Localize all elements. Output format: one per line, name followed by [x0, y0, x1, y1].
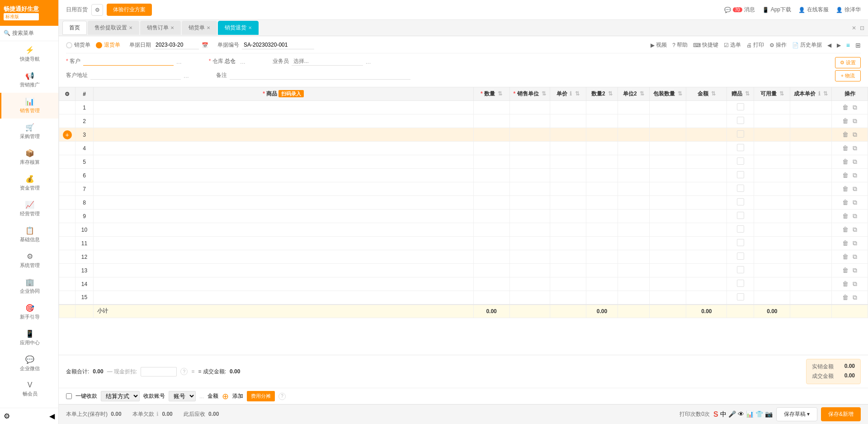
sidebar-item-vip[interactable]: V 畅会员	[0, 376, 58, 402]
col-header-qty[interactable]: * 数量 ⇅	[473, 87, 509, 101]
row-pkg-12[interactable]	[649, 250, 686, 264]
salesperson-input[interactable]	[292, 57, 363, 66]
col-header-price[interactable]: 单价 ℹ ⇅	[550, 87, 586, 101]
row-qty-15[interactable]	[473, 291, 509, 305]
row-price-11[interactable]	[550, 237, 586, 250]
col-header-cost[interactable]: 成本单价 ℹ ⇅	[790, 87, 832, 101]
row-unit2-15[interactable]	[618, 291, 649, 305]
account-select[interactable]: 账号	[169, 391, 196, 401]
close-window-icon[interactable]: ✕	[852, 25, 856, 31]
row-unit-1[interactable]	[509, 101, 550, 114]
user-profile[interactable]: 👤 徐泽华	[836, 6, 861, 14]
product-input-8[interactable]	[96, 200, 471, 206]
row-price-12[interactable]	[550, 250, 586, 264]
row-qty2-10[interactable]	[586, 223, 618, 237]
row-unit-11[interactable]	[509, 237, 550, 250]
copy-btn-2[interactable]: ⧉	[851, 117, 859, 125]
sidebar-item-shortcuts[interactable]: ⚡ 快捷导航	[0, 41, 58, 67]
row-amount-3[interactable]	[686, 128, 727, 142]
toolbar-shortcuts[interactable]: ⌨ 快捷键	[693, 41, 718, 49]
row-unit-5[interactable]	[509, 155, 550, 169]
row-cost-9[interactable]	[790, 210, 832, 223]
row-gear-14[interactable]	[59, 277, 75, 291]
view-list[interactable]: ≡	[846, 42, 850, 49]
row-qty2-3[interactable]	[586, 128, 618, 142]
row-cost-13[interactable]	[790, 264, 832, 277]
row-gift-15[interactable]	[727, 291, 754, 305]
delete-btn-9[interactable]: 🗑	[841, 212, 850, 219]
row-qty-13[interactable]	[473, 264, 509, 277]
row-cost-15[interactable]	[790, 291, 832, 305]
row-pkg-9[interactable]	[649, 210, 686, 223]
delete-btn-7[interactable]: 🗑	[841, 185, 850, 192]
product-input-5[interactable]	[96, 159, 471, 165]
row-pkg-5[interactable]	[649, 155, 686, 169]
row-pkg-6[interactable]	[649, 169, 686, 182]
row-qty2-2[interactable]	[586, 114, 618, 128]
delete-btn-1[interactable]: 🗑	[841, 104, 850, 111]
row-amount-8[interactable]	[686, 196, 727, 210]
sidebar-item-wechat[interactable]: 💬 企业微信	[0, 351, 58, 376]
row-cost-14[interactable]	[790, 277, 832, 291]
copy-btn-3[interactable]: ⧉	[851, 131, 859, 138]
row-cost-3[interactable]	[790, 128, 832, 142]
row-unit2-12[interactable]	[618, 250, 649, 264]
delete-btn-6[interactable]: 🗑	[841, 172, 850, 179]
salesperson-select-btn[interactable]: ...	[366, 58, 371, 65]
row-unit2-9[interactable]	[618, 210, 649, 223]
product-input-3[interactable]	[96, 132, 471, 138]
row-cost-11[interactable]	[790, 237, 832, 250]
gift-checkbox-8[interactable]	[737, 198, 744, 205]
row-qty2-9[interactable]	[586, 210, 618, 223]
gift-checkbox-2[interactable]	[737, 117, 744, 124]
row-qty-14[interactable]	[473, 277, 509, 291]
gift-checkbox-7[interactable]	[737, 185, 744, 192]
toolbar-select[interactable]: ☑ 选单	[724, 41, 741, 49]
row-cost-2[interactable]	[790, 114, 832, 128]
calendar-icon[interactable]: 📅	[202, 42, 208, 48]
row-unit2-3[interactable]	[618, 128, 649, 142]
sidebar-item-finance[interactable]: 💰 资金管理	[0, 170, 58, 196]
row-gift-7[interactable]	[727, 182, 754, 196]
row-price-13[interactable]	[550, 264, 586, 277]
row-qty-12[interactable]	[473, 250, 509, 264]
row-qty2-4[interactable]	[586, 142, 618, 155]
product-input-15[interactable]	[96, 294, 471, 300]
address-select-btn[interactable]: ...	[184, 72, 189, 79]
row-price-1[interactable]	[550, 101, 586, 114]
toolbar-help[interactable]: ? 帮助	[672, 41, 688, 49]
row-available-4[interactable]	[754, 142, 790, 155]
row-gift-9[interactable]	[727, 210, 754, 223]
row-available-6[interactable]	[754, 169, 790, 182]
row-unit-14[interactable]	[509, 277, 550, 291]
gift-checkbox-11[interactable]	[737, 239, 744, 246]
sidebar-item-operations[interactable]: 📈 经营管理	[0, 196, 58, 222]
row-pkg-2[interactable]	[649, 114, 686, 128]
tab-sale-return-close[interactable]: ✕	[248, 25, 252, 30]
row-qty-1[interactable]	[473, 101, 509, 114]
toolbar-video[interactable]: ▶ 视频	[651, 41, 667, 49]
row-pkg-13[interactable]	[649, 264, 686, 277]
row-qty2-1[interactable]	[586, 101, 618, 114]
docno-input[interactable]	[242, 41, 314, 49]
row-gift-11[interactable]	[727, 237, 754, 250]
maximize-window-icon[interactable]: ⊡	[860, 25, 864, 31]
tab-sale-order[interactable]: 销售订单 ✕	[140, 21, 181, 35]
delete-btn-10[interactable]: 🗑	[841, 226, 850, 233]
copy-btn-9[interactable]: ⧉	[851, 212, 859, 220]
col-header-unit2[interactable]: 单位2 ⇅	[618, 87, 649, 101]
row-gear-10[interactable]	[59, 223, 75, 237]
row-unit-9[interactable]	[509, 210, 550, 223]
row-product-3[interactable]	[94, 128, 474, 142]
product-input-4[interactable]	[96, 145, 471, 152]
row-price-14[interactable]	[550, 277, 586, 291]
gift-checkbox-13[interactable]	[737, 266, 744, 273]
nav-prev[interactable]: ◀	[827, 42, 831, 48]
ellipsis-account[interactable]: ...	[199, 393, 204, 400]
row-price-5[interactable]	[550, 155, 586, 169]
row-unit2-5[interactable]	[618, 155, 649, 169]
row-amount-11[interactable]	[686, 237, 727, 250]
tab-sale-price-close[interactable]: ✕	[129, 25, 132, 30]
row-cost-6[interactable]	[790, 169, 832, 182]
row-price-3[interactable]	[550, 128, 586, 142]
